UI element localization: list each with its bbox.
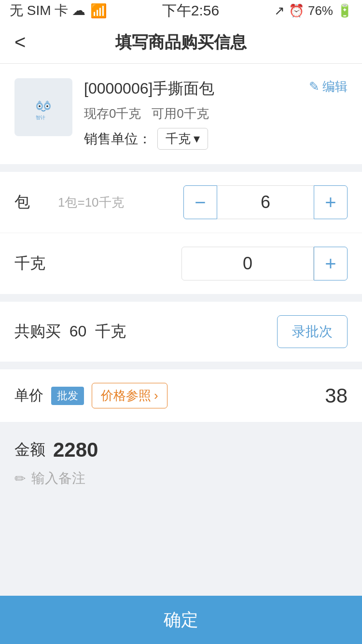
kg-input[interactable] <box>181 247 314 280</box>
dropdown-icon: ▾ <box>194 131 200 146</box>
package-minus-button[interactable]: − <box>183 185 217 219</box>
total-text: 共购买 60 千克 <box>14 321 126 342</box>
unit-select[interactable]: 千克 ▾ <box>157 128 208 150</box>
status-right: ↗ ⏰ 76% 🔋 <box>274 3 352 18</box>
package-row: 包 1包=10千克 − + <box>0 172 362 233</box>
kg-row: 千克 + <box>0 233 362 294</box>
wholesale-badge: 批发 <box>51 387 84 405</box>
status-left: 无 SIM 卡 ☁ 📶 <box>10 1 107 20</box>
kg-controls: + <box>181 247 348 280</box>
svg-point-6 <box>46 105 48 107</box>
battery-label: 76% <box>308 3 333 18</box>
sim-label: 无 SIM 卡 ☁ <box>10 1 85 20</box>
bottom-spacer <box>0 520 362 578</box>
price-value: 38 <box>325 384 348 407</box>
remark-row[interactable]: ✏ 输入备注 <box>14 469 348 488</box>
product-info: [0000006]手撕面包 现存0千克 可用0千克 销售单位： 千克 ▾ <box>84 78 348 150</box>
quantity-input-section: 包 1包=10千克 − + 千克 + <box>0 172 362 294</box>
pencil-icon: ✏ <box>14 471 26 487</box>
total-quantity: 60 <box>70 322 87 340</box>
alarm-icon: ⏰ <box>289 3 304 18</box>
package-hint: 1包=10千克 <box>58 194 183 211</box>
product-image: 智计 <box>14 78 72 136</box>
kg-label: 千克 <box>14 253 53 274</box>
confirm-button[interactable]: 确定 <box>0 596 362 644</box>
package-plus-button[interactable]: + <box>314 185 348 219</box>
price-reference-button[interactable]: 价格参照 › <box>92 383 167 408</box>
svg-text:智计: 智计 <box>36 115 45 120</box>
amount-section: 金额 2280 ✏ 输入备注 <box>0 424 362 520</box>
edit-button[interactable]: ✎ 编辑 <box>309 78 348 95</box>
battery-icon: 🔋 <box>337 3 352 18</box>
location-icon: ↗ <box>274 3 285 18</box>
price-label: 单价 <box>14 386 43 406</box>
product-stock: 现存0千克 可用0千克 <box>84 105 348 122</box>
price-left: 单价 批发 价格参照 › <box>14 383 167 408</box>
amount-row: 金额 2280 <box>14 438 348 462</box>
package-input[interactable] <box>217 185 314 219</box>
nav-bar: < 填写商品购买信息 <box>0 21 362 64</box>
wifi-icon: 📶 <box>90 3 107 19</box>
remark-label: 输入备注 <box>31 469 85 488</box>
package-controls: − + <box>183 185 348 219</box>
total-section: 共购买 60 千克 录批次 <box>0 302 362 362</box>
product-logo-icon: 智计 <box>29 93 58 122</box>
amount-value: 2280 <box>53 438 98 462</box>
unit-label: 销售单位： <box>84 130 152 148</box>
product-name: [0000006]手撕面包 <box>84 78 348 99</box>
edit-icon: ✎ <box>309 79 320 94</box>
package-label: 包 <box>14 192 53 213</box>
kg-plus-button[interactable]: + <box>314 247 348 280</box>
svg-point-5 <box>39 105 41 107</box>
record-batch-button[interactable]: 录批次 <box>277 315 348 348</box>
back-button[interactable]: < <box>14 31 26 53</box>
status-bar: 无 SIM 卡 ☁ 📶 下午2:56 ↗ ⏰ 76% 🔋 <box>0 0 362 21</box>
chevron-right-icon: › <box>154 388 158 403</box>
price-section: 单价 批发 价格参照 › 38 <box>0 369 362 422</box>
amount-label: 金额 <box>14 439 45 461</box>
page-title: 填写商品购买信息 <box>115 31 247 54</box>
product-section: 智计 [0000006]手撕面包 现存0千克 可用0千克 销售单位： 千克 ▾ … <box>0 64 362 164</box>
product-unit-row: 销售单位： 千克 ▾ <box>84 128 348 150</box>
status-time: 下午2:56 <box>162 1 219 21</box>
